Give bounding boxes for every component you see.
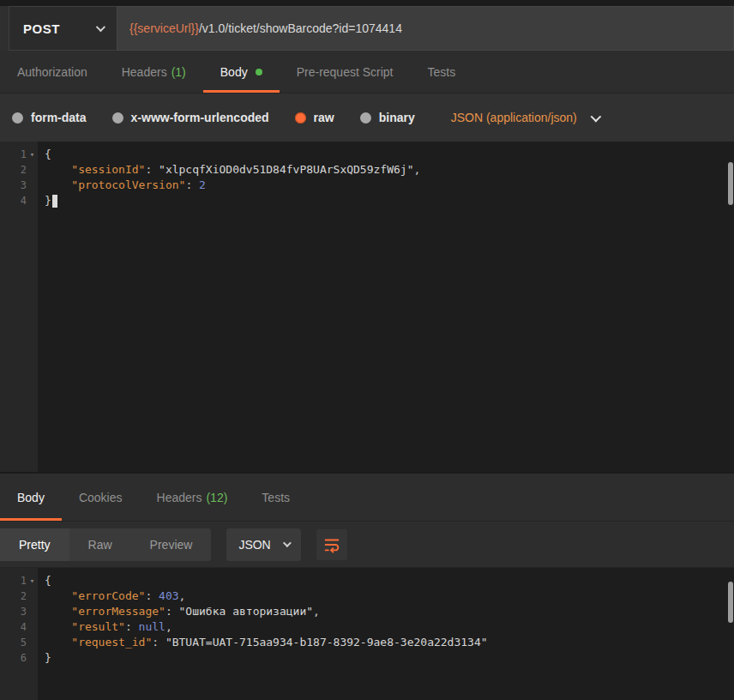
code-line: 4 "result": null, bbox=[0, 619, 734, 635]
response-tab-body[interactable]: Body bbox=[0, 474, 62, 521]
line-gutter: 5 bbox=[0, 635, 38, 650]
tab-count: (12) bbox=[206, 491, 227, 504]
response-tab-cookies[interactable]: Cookies bbox=[62, 474, 140, 521]
body-type-options: form-datax-www-form-urlencodedrawbinary bbox=[12, 111, 415, 124]
body-type-option-raw[interactable]: raw bbox=[295, 111, 334, 124]
url-path: /v1.0/ticket/showBarcode?id=1074414 bbox=[199, 21, 402, 35]
tab-count: (1) bbox=[171, 65, 186, 79]
fold-caret-icon[interactable]: ▾ bbox=[27, 147, 38, 162]
code-text: "sessionId": "xlpcqfXiOD0dv51D84fvP8UArS… bbox=[38, 162, 420, 178]
code-line: 3 "protocolVersion": 2 bbox=[0, 178, 734, 193]
line-gutter: 1▾ bbox=[0, 573, 38, 588]
request-tab-body[interactable]: Body bbox=[203, 51, 280, 93]
chevron-down-icon bbox=[590, 111, 601, 122]
line-gutter: 2 bbox=[0, 162, 38, 178]
request-url-bar: POST {{serviceUrl}}/v1.0/ticket/showBarc… bbox=[0, 6, 734, 51]
code-text: { bbox=[38, 573, 51, 588]
line-number: 4 bbox=[21, 619, 27, 635]
response-view-switcher: PrettyRawPreview bbox=[0, 528, 211, 561]
line-number: 1 bbox=[21, 573, 27, 588]
request-tab-headers[interactable]: Headers(1) bbox=[105, 51, 203, 93]
response-toolbar: PrettyRawPreview JSON bbox=[0, 522, 734, 568]
scrollbar-thumb[interactable] bbox=[728, 162, 733, 205]
line-gutter: 4 bbox=[0, 193, 38, 208]
request-body-editor[interactable]: 1▾{2 "sessionId": "xlpcqfXiOD0dv51D84fvP… bbox=[0, 142, 734, 472]
radio-icon bbox=[12, 112, 23, 124]
code-text: { bbox=[38, 147, 51, 162]
code-text: } bbox=[38, 650, 51, 666]
radio-selected-icon bbox=[295, 112, 306, 124]
line-number: 2 bbox=[21, 588, 27, 604]
code-line: 6} bbox=[0, 650, 734, 666]
line-gutter: 6 bbox=[0, 650, 38, 666]
response-format-select[interactable]: JSON bbox=[226, 528, 300, 561]
request-tab-tests[interactable]: Tests bbox=[411, 51, 473, 93]
radio-icon bbox=[360, 112, 371, 124]
line-gutter: 4 bbox=[0, 619, 38, 635]
tab-label: Authorization bbox=[17, 65, 87, 79]
view-pretty-button[interactable]: Pretty bbox=[0, 528, 69, 561]
body-type-option-x-www-form-urlencoded[interactable]: x-www-form-urlencoded bbox=[112, 111, 269, 124]
content-type-label: JSON (application/json) bbox=[451, 111, 577, 124]
wrap-lines-button[interactable] bbox=[316, 529, 347, 560]
code-line: 1▾{ bbox=[0, 573, 734, 588]
tab-label: Headers bbox=[157, 491, 202, 504]
url-input[interactable]: {{serviceUrl}}/v1.0/ticket/showBarcode?i… bbox=[117, 6, 734, 51]
content-type-select[interactable]: JSON (application/json) bbox=[451, 111, 599, 124]
tab-label: Pre-request Script bbox=[297, 65, 394, 79]
request-tab-authorization[interactable]: Authorization bbox=[0, 51, 105, 93]
radio-label: x-www-form-urlencoded bbox=[131, 111, 269, 124]
response-tabs: BodyCookiesHeaders(12)Tests bbox=[0, 474, 734, 522]
tab-label: Tests bbox=[428, 65, 456, 79]
view-raw-button[interactable]: Raw bbox=[69, 528, 131, 561]
code-text: "errorMessage": "Ошибка авторизации", bbox=[38, 604, 320, 619]
line-number: 2 bbox=[21, 162, 27, 178]
format-label: JSON bbox=[238, 538, 270, 552]
body-type-option-form-data[interactable]: form-data bbox=[12, 111, 87, 124]
line-number: 4 bbox=[21, 193, 27, 208]
line-number: 3 bbox=[21, 604, 27, 619]
text-cursor bbox=[52, 195, 57, 208]
code-line: 2 "sessionId": "xlpcqfXiOD0dv51D84fvP8UA… bbox=[0, 162, 734, 178]
view-preview-button[interactable]: Preview bbox=[131, 528, 212, 561]
body-type-option-binary[interactable]: binary bbox=[360, 111, 415, 124]
line-number: 1 bbox=[21, 147, 27, 162]
scrollbar-thumb[interactable] bbox=[728, 582, 733, 623]
method-select[interactable]: POST bbox=[9, 6, 117, 51]
code-line: 5 "request_id": "BTUAT=UAT-715aa934-b187… bbox=[0, 635, 734, 650]
tab-label: Body bbox=[220, 65, 248, 79]
response-tab-headers[interactable]: Headers(12) bbox=[140, 474, 245, 521]
line-gutter: 3 bbox=[0, 604, 38, 619]
radio-label: raw bbox=[314, 111, 334, 124]
fold-caret-icon[interactable]: ▾ bbox=[27, 573, 38, 588]
radio-label: form-data bbox=[31, 111, 87, 124]
window-top-strip bbox=[0, 0, 734, 6]
response-tab-tests[interactable]: Tests bbox=[244, 474, 307, 521]
line-gutter: 1▾ bbox=[0, 147, 38, 162]
line-gutter: 3 bbox=[0, 178, 38, 193]
tab-label: Body bbox=[17, 491, 45, 504]
code-text: } bbox=[38, 193, 57, 208]
code-line: 2 "errorCode": 403, bbox=[0, 588, 734, 604]
line-number: 6 bbox=[21, 650, 27, 666]
chevron-down-icon bbox=[96, 22, 105, 32]
tab-label: Tests bbox=[262, 491, 290, 504]
postman-window: POST {{serviceUrl}}/v1.0/ticket/showBarc… bbox=[0, 0, 734, 700]
tab-label: Headers bbox=[122, 65, 167, 79]
radio-label: binary bbox=[379, 111, 415, 124]
line-number: 3 bbox=[21, 178, 27, 193]
response-body-editor[interactable]: 1▾{2 "errorCode": 403,3 "errorMessage": … bbox=[0, 568, 734, 700]
body-type-row: form-datax-www-form-urlencodedrawbinary … bbox=[0, 94, 734, 142]
tab-label: Cookies bbox=[79, 491, 123, 504]
request-tab-pre-request-script[interactable]: Pre-request Script bbox=[280, 51, 411, 93]
line-gutter: 2 bbox=[0, 588, 38, 604]
wrap-lines-icon bbox=[322, 535, 341, 554]
code-line: 1▾{ bbox=[0, 147, 734, 162]
method-label: POST bbox=[23, 21, 60, 36]
radio-icon bbox=[112, 112, 123, 124]
code-text: "result": null, bbox=[38, 619, 172, 635]
line-number: 5 bbox=[21, 635, 27, 650]
code-text: "protocolVersion": 2 bbox=[38, 178, 206, 193]
url-variable: {{serviceUrl}} bbox=[129, 21, 199, 35]
active-indicator-dot bbox=[256, 69, 262, 75]
